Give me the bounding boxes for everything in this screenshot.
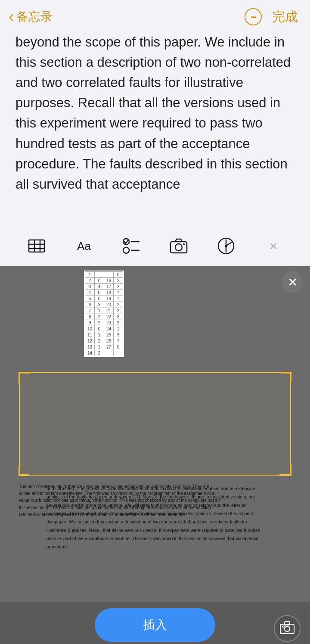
toolbar-close-button[interactable]: × [261, 234, 285, 258]
table-cell: 3 [114, 332, 123, 338]
lower-doc-text: The non-correlated faults that we descri… [19, 483, 291, 518]
table-cell: 4 [85, 290, 95, 296]
svg-point-13 [225, 245, 227, 247]
table-cell: 1 [85, 272, 95, 278]
table-cell: 3 [85, 284, 95, 290]
table-cell: 2 [95, 338, 104, 344]
doc-line-5: this paper. We include in this section a… [46, 518, 264, 526]
table-row: 122267 [85, 338, 123, 344]
table-cell: 2 [114, 284, 123, 290]
done-button[interactable]: 完成 [272, 8, 298, 26]
table-cell: 8 [85, 314, 95, 320]
table-cell: 0 [114, 272, 123, 278]
table-cell: 21 [104, 308, 114, 314]
doc-line-7: tests as part of the acceptance procedur… [46, 535, 264, 542]
insert-button[interactable]: 插入 [95, 608, 215, 642]
table-cell: 10 [85, 326, 95, 332]
table-row: 20162 [85, 278, 123, 284]
lower-line-3: value to a function for one path through… [19, 497, 291, 504]
table-cell: 1 [95, 308, 104, 314]
markup-button[interactable] [214, 234, 238, 258]
lower-line-2: subtle and important nonetheless. The fi… [19, 490, 291, 497]
table-cell: 14 [85, 350, 95, 356]
camera-button[interactable] [167, 234, 191, 258]
table-cell: 11 [85, 332, 95, 338]
table-cell: 22 [104, 314, 114, 320]
scan-mode-button[interactable] [274, 615, 301, 642]
scanned-table: 1020162341724018150191632027121282223922… [85, 271, 123, 356]
table-cell: 2 [114, 320, 123, 326]
scan-close-button[interactable]: ✕ [282, 271, 303, 293]
doc-line-8: procedure. [46, 543, 264, 551]
bottom-action-bar: 插入 [0, 602, 310, 644]
table-cell: 12 [85, 338, 95, 344]
chevron-left-icon: ‹ [9, 8, 14, 26]
nav-right-actions: ●●● 完成 [245, 8, 298, 26]
table-cell: 2 [95, 320, 104, 326]
table-row: 50191 [85, 296, 123, 302]
back-button[interactable]: ‹ 备忘录 [9, 8, 53, 26]
table-row: 92232 [85, 320, 123, 326]
table-cell: 0 [95, 296, 104, 302]
scan-close-icon: ✕ [288, 275, 298, 289]
svg-point-10 [175, 244, 182, 251]
table-row: 131270 [85, 344, 123, 350]
top-navigation: ‹ 备忘录 ●●● 完成 [0, 0, 310, 32]
checklist-button[interactable] [119, 234, 143, 258]
table-cell: 3 [95, 302, 104, 308]
table-cell: 4 [95, 284, 104, 290]
table-row: 10 [85, 272, 123, 278]
corner-bl [19, 466, 29, 476]
table-cell: 0 [114, 344, 123, 350]
table-cell: 6 [85, 302, 95, 308]
more-options-button[interactable]: ●●● [245, 8, 262, 25]
lower-line-4: this experiment. The result of executing… [19, 504, 291, 511]
table-cell: 20 [104, 302, 114, 308]
table-cell: 2 [95, 314, 104, 320]
table-cell: 25 [104, 332, 114, 338]
table-cell: 0 [95, 326, 104, 332]
svg-point-11 [183, 243, 185, 245]
table-row: 40181 [85, 290, 123, 296]
lower-line-5: returned whatever happened to be at the … [19, 511, 291, 518]
aa-label: Aa [77, 240, 91, 253]
table-cell: 17 [104, 284, 114, 290]
table-cell: 7 [114, 338, 123, 344]
table-cell: 13 [85, 344, 95, 350]
table-cell [104, 350, 114, 356]
formatting-toolbar: Aa × [0, 226, 310, 266]
doc-line-6: illustrative purposes. Recall that all t… [46, 527, 264, 534]
table-row: 100241 [85, 326, 123, 332]
lower-line-1: The non-correlated faults that we descri… [19, 483, 291, 490]
table-cell: 16 [104, 278, 114, 284]
svg-point-16 [285, 626, 290, 632]
table-cell: 0 [95, 290, 104, 296]
table-row: 111253 [85, 332, 123, 338]
notes-text: beyond the scope of this paper. We inclu… [16, 32, 294, 194]
close-icon: × [270, 238, 278, 254]
svg-rect-17 [282, 626, 285, 627]
scan-selection-box: and corrected. The corrective code was i… [19, 372, 291, 476]
table-cell: 9 [85, 320, 95, 326]
notes-text-area[interactable]: beyond the scope of this paper. We inclu… [0, 32, 310, 226]
table-cell: 2 [114, 302, 123, 308]
text-format-button[interactable]: Aa [72, 234, 96, 258]
table-cell: 7 [85, 308, 95, 314]
table-cell [104, 272, 114, 278]
table-cell: 5 [85, 296, 95, 302]
table-button[interactable] [25, 234, 49, 258]
table-cell: 2 [85, 278, 95, 284]
camera-scan-area: 1020162341724018150191632027121282223922… [0, 266, 310, 602]
table-cell [114, 350, 123, 356]
table-cell: 24 [104, 326, 114, 332]
svg-point-7 [123, 247, 129, 253]
table-cell: 2 [114, 308, 123, 314]
table-row: 142 [85, 350, 123, 356]
table-cell [95, 272, 104, 278]
document-table: 1020162341724018150191632027121282223922… [84, 271, 124, 357]
table-cell: 1 [114, 326, 123, 332]
nav-back-label: 备忘录 [16, 9, 53, 25]
table-row: 34172 [85, 284, 123, 290]
svg-rect-0 [29, 240, 44, 252]
table-cell: 1 [95, 344, 104, 350]
